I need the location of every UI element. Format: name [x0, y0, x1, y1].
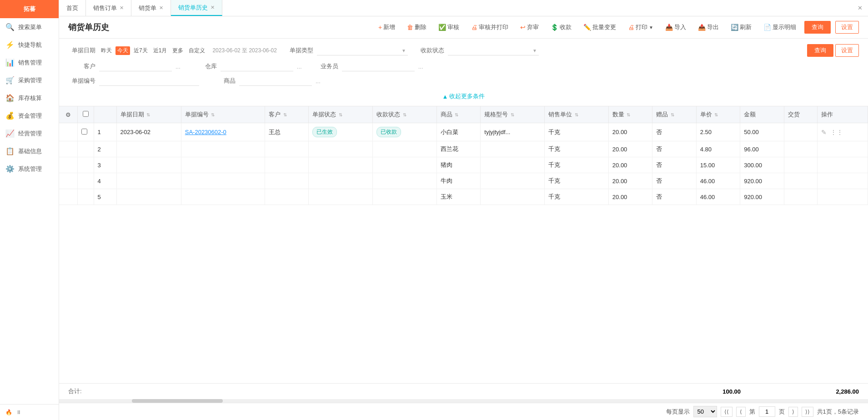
audit-button[interactable]: ✅ 审核 — [435, 21, 463, 33]
horizontal-scrollbar[interactable] — [59, 399, 868, 403]
doc-number-link[interactable]: SA-20230602-0 — [185, 129, 226, 135]
tab-sales-order-close[interactable]: ✕ — [120, 5, 124, 11]
sidebar-item-search-menu[interactable]: 🔍 搜索菜单 — [0, 18, 59, 36]
tab-sales-delivery-close[interactable]: ✕ — [159, 5, 163, 11]
sidebar-item-inventory-calc[interactable]: 🏠 库存核算 — [0, 89, 59, 107]
batch-change-button[interactable]: ✏️ 批量变更 — [580, 21, 620, 33]
cell-checkbox[interactable] — [77, 157, 94, 173]
show-detail-button[interactable]: 📄 显示明细 — [760, 21, 800, 33]
cell-gear — [59, 123, 77, 141]
receive-button[interactable]: 💲 收款 — [547, 21, 575, 33]
import-button[interactable]: 📥 导入 — [662, 21, 690, 33]
col-sales-unit[interactable]: 销售单位 ⇅ — [545, 106, 609, 123]
doc-type-input[interactable] — [317, 45, 408, 55]
prev-page-btn[interactable]: ⟨ — [736, 407, 746, 417]
tab-sales-history[interactable]: 销货单历史 ✕ — [171, 0, 222, 16]
goods-input[interactable] — [239, 76, 312, 86]
date-btn-7days[interactable]: 近7天 — [132, 46, 150, 55]
cell-checkbox[interactable] — [77, 173, 94, 189]
abandon-button[interactable]: ↩ 弃审 — [517, 21, 542, 33]
cell-amount: 920.00 — [740, 189, 784, 205]
customer-input[interactable] — [99, 61, 172, 71]
goods-ellipsis[interactable]: ... — [316, 78, 321, 85]
col-spec-model[interactable]: 规格型号 ⇅ — [481, 106, 545, 123]
sidebar-label-inventory-calc: 库存核算 — [18, 94, 42, 102]
sidebar-fire-icon[interactable]: 🔥 — [5, 409, 12, 415]
warehouse-ellipsis[interactable]: ... — [297, 63, 302, 70]
page-label: 第 — [749, 408, 755, 416]
settings-button-2[interactable]: 设置 — [835, 44, 859, 57]
per-page-select[interactable]: 50 100 200 — [693, 406, 717, 417]
col-quantity[interactable]: 数量 ⇅ — [608, 106, 652, 123]
more-action-icon[interactable]: ⋮⋮ — [830, 129, 843, 136]
delete-button[interactable]: 🗑 删除 — [403, 21, 430, 33]
select-all-checkbox[interactable] — [83, 111, 89, 117]
cell-quantity: 20.00 — [608, 141, 652, 157]
date-btn-1month[interactable]: 近1月 — [151, 46, 169, 55]
sidebar-pause-icon[interactable]: ⏸ — [16, 409, 21, 415]
cell-gift: 否 — [652, 141, 696, 157]
tab-sales-history-label: 销货单历史 — [178, 4, 208, 12]
cell-amount: 300.00 — [740, 157, 784, 173]
col-doc-date[interactable]: 单据日期 ⇅ — [116, 106, 181, 123]
date-btn-custom[interactable]: 自定义 — [187, 46, 207, 55]
col-customer[interactable]: 客户 ⇅ — [265, 106, 308, 123]
new-button[interactable]: + 新增 — [375, 21, 399, 33]
row-checkbox[interactable] — [81, 129, 87, 135]
sidebar-item-system-mgmt[interactable]: ⚙️ 系统管理 — [0, 160, 59, 178]
payment-status-input[interactable] — [448, 45, 539, 55]
data-table: ⚙ 单据日期 ⇅ 单据编号 ⇅ — [59, 106, 868, 205]
last-page-btn[interactable]: ⟩⟩ — [802, 407, 813, 417]
warehouse-input[interactable] — [221, 61, 293, 71]
cell-unit-price: 4.80 — [696, 141, 740, 157]
col-payment-status[interactable]: 收款状态 ⇅ — [373, 106, 437, 123]
salesperson-input[interactable] — [342, 61, 415, 71]
edit-action-icon[interactable]: ✎ — [821, 129, 827, 136]
sidebar-item-finance-mgmt[interactable]: 💰 资金管理 — [0, 107, 59, 125]
col-doc-number[interactable]: 单据编号 ⇅ — [181, 106, 265, 123]
audit-print-button[interactable]: 🖨 审核并打印 — [467, 21, 512, 33]
tab-sales-delivery[interactable]: 销货单 ✕ — [131, 0, 171, 16]
settings-button[interactable]: 设置 — [835, 21, 859, 34]
salesperson-ellipsis[interactable]: ... — [418, 63, 423, 70]
page-header: 销货单历史 + 新增 🗑 删除 ✅ 审核 🖨 审核并打印 — [59, 16, 868, 39]
col-gear[interactable]: ⚙ — [59, 106, 77, 123]
tab-home[interactable]: 首页 — [59, 0, 86, 16]
cell-checkbox[interactable] — [77, 123, 94, 141]
date-btn-yesterday[interactable]: 昨天 — [99, 46, 114, 55]
doc-number-input[interactable] — [99, 76, 199, 86]
export-button[interactable]: 📤 导出 — [694, 21, 722, 33]
first-page-btn[interactable]: ⟨⟨ — [721, 407, 733, 417]
sidebar-item-operations-mgmt[interactable]: 📈 经营管理 — [0, 125, 59, 142]
next-page-btn[interactable]: ⟩ — [788, 407, 798, 417]
sidebar-item-basic-info[interactable]: 📋 基础信息 — [0, 142, 59, 160]
cell-checkbox[interactable] — [77, 189, 94, 205]
cell-doc-number — [181, 189, 265, 205]
sidebar-item-quick-nav[interactable]: ⚡ 快捷导航 — [0, 36, 59, 54]
sidebar-item-purchase-mgmt[interactable]: 🛒 采购管理 — [0, 71, 59, 89]
sidebar-item-sales-mgmt[interactable]: 📊 销售管理 — [0, 54, 59, 71]
finance-mgmt-icon: 💰 — [5, 111, 15, 120]
date-btn-more[interactable]: 更多 — [171, 46, 185, 55]
cell-quantity: 20.00 — [608, 123, 652, 141]
col-goods[interactable]: 商品 ⇅ — [437, 106, 480, 123]
cell-checkbox[interactable] — [77, 141, 94, 157]
col-unit-price[interactable]: 单价 ⇅ — [696, 106, 740, 123]
query-button-2[interactable]: 查询 — [807, 44, 833, 57]
query-button[interactable]: 查询 — [804, 21, 831, 34]
tab-sales-history-close[interactable]: ✕ — [211, 5, 215, 10]
filter-group-warehouse: 仓库 ... — [190, 61, 302, 71]
sales-mgmt-icon: 📊 — [5, 58, 15, 67]
customer-ellipsis[interactable]: ... — [176, 63, 181, 70]
col-doc-status[interactable]: 单据状态 ⇅ — [309, 106, 373, 123]
scrollbar-thumb[interactable] — [132, 399, 223, 403]
collapse-btn[interactable]: ▲ 收起更多条件 — [68, 90, 859, 100]
col-gift[interactable]: 赠品 ⇅ — [652, 106, 696, 123]
tab-sales-order[interactable]: 销售订单 ✕ — [86, 0, 131, 16]
page-number-input[interactable]: 1 — [759, 406, 775, 417]
col-checkbox[interactable] — [77, 106, 94, 123]
print-button[interactable]: 🖨 打印 ▼ — [624, 21, 657, 33]
tab-bar-close-all[interactable]: ✕ — [852, 5, 868, 11]
date-btn-today[interactable]: 今天 — [115, 46, 130, 55]
refresh-button[interactable]: 🔄 刷新 — [727, 21, 755, 33]
